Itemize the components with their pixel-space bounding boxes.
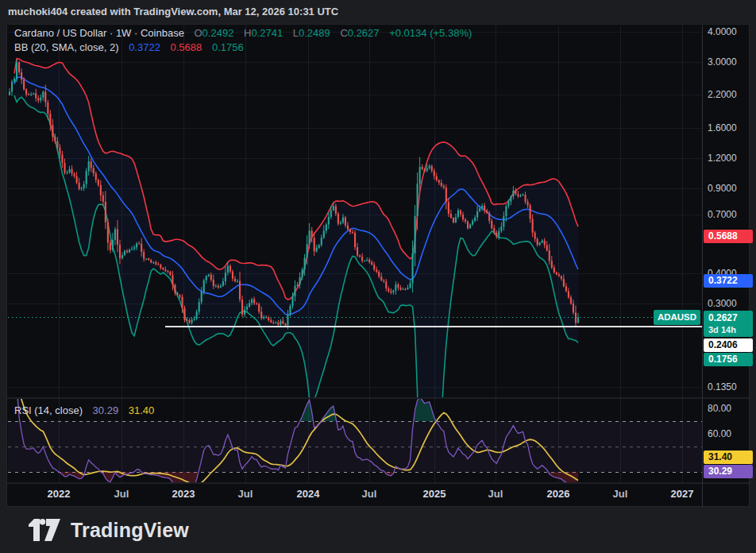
low-label: L <box>293 27 299 39</box>
symbol-price-label: ADAUSD <box>654 310 700 325</box>
bb-label[interactable]: BB (20, SMA, close, 2) <box>14 41 119 53</box>
footer-bar: TradingView <box>0 507 756 553</box>
tradingview-snapshot: muchoki404 created with TradingView.com,… <box>0 0 756 553</box>
bb-basis-value: 0.3722 <box>129 41 160 53</box>
symbol-title[interactable]: Cardano / US Dollar · 1W · Coinbase <box>14 27 184 39</box>
bb-legend: BB (20, SMA, close, 2) 0.3722 0.5688 0.1… <box>14 41 244 53</box>
rsi-ma-value: 31.40 <box>129 404 155 416</box>
open-value: 0.2492 <box>202 27 234 39</box>
high-label: H <box>244 27 251 39</box>
symbol-legend: Cardano / US Dollar · 1W · Coinbase O0.2… <box>14 27 472 39</box>
price-axis[interactable] <box>703 25 750 482</box>
change-value: +0.0134 (+5.38%) <box>389 27 472 39</box>
close-value: 0.2627 <box>348 27 380 39</box>
tradingview-logo-text: TradingView <box>71 519 189 542</box>
time-axis[interactable] <box>8 483 702 507</box>
rsi-legend: RSI (14, close) 30.29 31.40 <box>14 404 154 416</box>
low-value: 0.2489 <box>299 27 330 39</box>
open-label: O <box>194 27 202 39</box>
rsi-label[interactable]: RSI (14, close) <box>14 404 83 416</box>
bb-lower-value: 0.1756 <box>212 41 244 53</box>
chart-container[interactable]: Cardano / US Dollar · 1W · Coinbase O0.2… <box>6 24 750 507</box>
tradingview-logo[interactable]: TradingView <box>29 518 189 542</box>
bb-upper-value: 0.5688 <box>171 41 202 53</box>
close-label: C <box>340 27 347 39</box>
high-value: 0.2741 <box>251 27 283 39</box>
rsi-value: 30.29 <box>93 404 119 416</box>
chart-overlays: Cardano / US Dollar · 1W · Coinbase O0.2… <box>1 1 756 553</box>
tradingview-logo-icon <box>29 519 60 541</box>
